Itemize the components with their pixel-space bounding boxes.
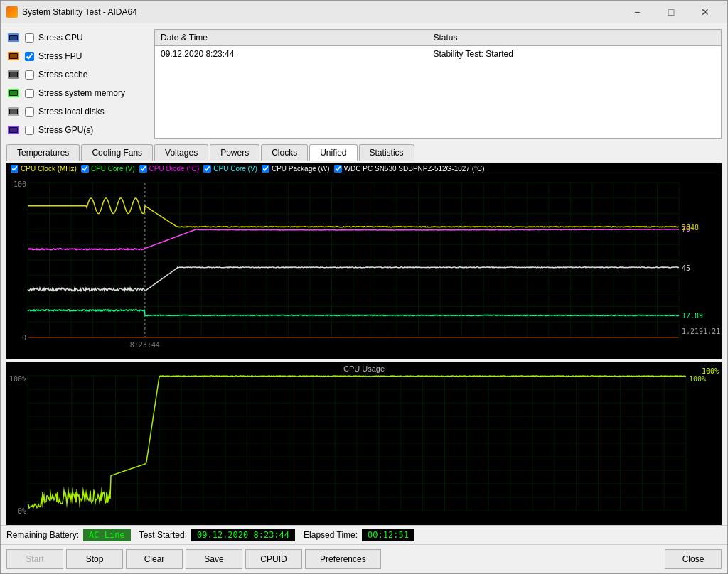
stress-cpu-label: Stress CPU — [38, 33, 83, 43]
top-section: Stress CPUStress FPUStress cacheStress s… — [1, 23, 727, 144]
legend-item-5: WDC PC SN530 SDBPNPZ-512G-1027 (°C) — [334, 165, 485, 173]
elapsed-label: Elapsed Time: — [304, 530, 358, 540]
svg-rect-5 — [10, 54, 17, 58]
legend-label-5: WDC PC SN530 SDBPNPZ-512G-1027 (°C) — [344, 165, 485, 173]
stress-fpu-label: Stress FPU — [38, 51, 82, 61]
preferences-button[interactable]: Preferences — [305, 549, 381, 569]
tab-unified[interactable]: Unified — [309, 144, 357, 161]
stress-memory-label: Stress system memory — [38, 88, 125, 98]
chart-legend: CPU Clock (MHz)CPU Core (V)CPU Diode (°C… — [6, 163, 722, 175]
cpu-chart-canvas — [6, 362, 722, 525]
stress-item-stress-fpu: Stress FPU — [6, 48, 149, 65]
stress-item-stress-local: Stress local disks — [6, 103, 149, 120]
cpuid-button[interactable]: CPUID — [245, 549, 302, 569]
tabs-bar: TemperaturesCooling FansVoltagesPowersCl… — [6, 144, 722, 161]
cache-icon — [6, 69, 21, 80]
bottom-bar: StartStopClearSaveCPUIDPreferencesClose — [1, 544, 727, 573]
stress-gpu-label: Stress GPU(s) — [38, 125, 93, 135]
legend-checkbox-3[interactable] — [203, 165, 211, 173]
svg-rect-2 — [10, 36, 17, 40]
status-cell: 09.12.2020 8:23:44 — [155, 46, 427, 63]
stress-options-panel: Stress CPUStress FPUStress cacheStress s… — [6, 29, 149, 139]
legend-checkbox-0[interactable] — [11, 165, 18, 173]
col-status: Status — [427, 30, 721, 46]
stop-button[interactable]: Stop — [66, 549, 123, 569]
save-button[interactable]: Save — [186, 549, 242, 569]
tab-statistics[interactable]: Statistics — [359, 144, 414, 161]
stress-item-stress-cache: Stress cache — [6, 66, 149, 83]
svg-rect-14 — [10, 109, 17, 114]
elapsed-time-status: Elapsed Time: 00:12:51 — [304, 529, 414, 541]
cpu-max-label: 100% — [702, 367, 719, 375]
cpu-usage-chart-container: CPU Usage 100% — [6, 362, 722, 525]
battery-label: Remaining Battery: — [6, 530, 79, 540]
tab-temperatures[interactable]: Temperatures — [6, 144, 80, 161]
status-bar: Remaining Battery: AC Line Test Started:… — [1, 525, 727, 544]
gpu-icon — [6, 124, 21, 136]
legend-checkbox-4[interactable] — [262, 165, 269, 173]
app-icon — [6, 6, 18, 18]
start-button: Start — [6, 549, 63, 569]
battery-status: Remaining Battery: AC Line — [6, 529, 131, 541]
tab-powers[interactable]: Powers — [210, 144, 259, 161]
clear-button[interactable]: Clear — [126, 549, 183, 569]
stress-memory-checkbox[interactable] — [25, 89, 34, 98]
legend-label-1: CPU Core (V) — [91, 165, 135, 173]
status-table: Date & Time Status 09.12.2020 8:23:44Sta… — [154, 29, 722, 139]
main-chart-canvas — [6, 175, 722, 359]
main-content: Stress CPUStress FPUStress cacheStress s… — [1, 23, 727, 573]
stress-item-stress-memory: Stress system memory — [6, 85, 149, 102]
window-title: System Stability Test - AIDA64 — [22, 7, 621, 17]
legend-item-3: CPU Core (V) — [203, 165, 257, 173]
legend-item-2: CPU Diode (°C) — [139, 165, 200, 173]
stress-item-stress-gpu: Stress GPU(s) — [6, 121, 149, 139]
tab-clocks[interactable]: Clocks — [261, 144, 308, 161]
stress-cache-label: Stress cache — [38, 70, 87, 80]
svg-rect-11 — [10, 91, 17, 95]
tab-voltages[interactable]: Voltages — [154, 144, 208, 161]
maximize-button[interactable]: □ — [655, 2, 687, 22]
close-button[interactable]: Close — [665, 549, 722, 569]
status-cell: Stability Test: Started — [427, 46, 721, 63]
tab-cooling-fans[interactable]: Cooling Fans — [81, 144, 153, 161]
title-bar: System Stability Test - AIDA64 − □ ✕ — [1, 1, 727, 23]
stress-local-checkbox[interactable] — [25, 107, 34, 117]
main-chart-container: CPU Clock (MHz)CPU Core (V)CPU Diode (°C… — [6, 163, 722, 359]
test-started-status: Test Started: 09.12.2020 8:23:44 — [139, 529, 295, 541]
main-window: System Stability Test - AIDA64 − □ ✕ Str… — [0, 0, 728, 574]
minimize-button[interactable]: − — [621, 2, 653, 22]
svg-rect-8 — [10, 72, 17, 77]
stress-cpu-checkbox[interactable] — [25, 33, 34, 43]
close-window-button[interactable]: ✕ — [689, 2, 722, 22]
disk-icon — [6, 106, 21, 117]
cpu-icon — [6, 32, 21, 43]
legend-item-0: CPU Clock (MHz) — [11, 165, 77, 173]
legend-checkbox-1[interactable] — [81, 165, 89, 173]
stress-item-stress-cpu: Stress CPU — [6, 29, 149, 46]
elapsed-value: 00:12:51 — [362, 529, 414, 541]
test-started-label: Test Started: — [139, 530, 187, 540]
legend-checkbox-2[interactable] — [139, 165, 147, 173]
stress-fpu-checkbox[interactable] — [25, 52, 34, 61]
legend-label-4: CPU Package (W) — [272, 165, 330, 173]
legend-label-3: CPU Core (V) — [213, 165, 257, 173]
tabs-section: TemperaturesCooling FansVoltagesPowersCl… — [1, 144, 727, 161]
test-started-value: 09.12.2020 8:23:44 — [191, 529, 295, 541]
legend-item-4: CPU Package (W) — [262, 165, 330, 173]
legend-item-1: CPU Core (V) — [81, 165, 135, 173]
col-datetime: Date & Time — [155, 30, 427, 46]
svg-rect-17 — [10, 128, 17, 132]
charts-section: CPU Clock (MHz)CPU Core (V)CPU Diode (°C… — [1, 163, 727, 525]
legend-label-2: CPU Diode (°C) — [149, 165, 200, 173]
window-controls: − □ ✕ — [621, 2, 722, 22]
legend-checkbox-5[interactable] — [334, 165, 342, 173]
stress-local-label: Stress local disks — [38, 107, 105, 117]
stress-cache-checkbox[interactable] — [25, 70, 34, 80]
fpu-icon — [6, 50, 21, 62]
legend-label-0: CPU Clock (MHz) — [21, 165, 77, 173]
battery-value: AC Line — [83, 529, 131, 541]
memory-icon — [6, 87, 21, 99]
stress-gpu-checkbox[interactable] — [25, 126, 34, 135]
